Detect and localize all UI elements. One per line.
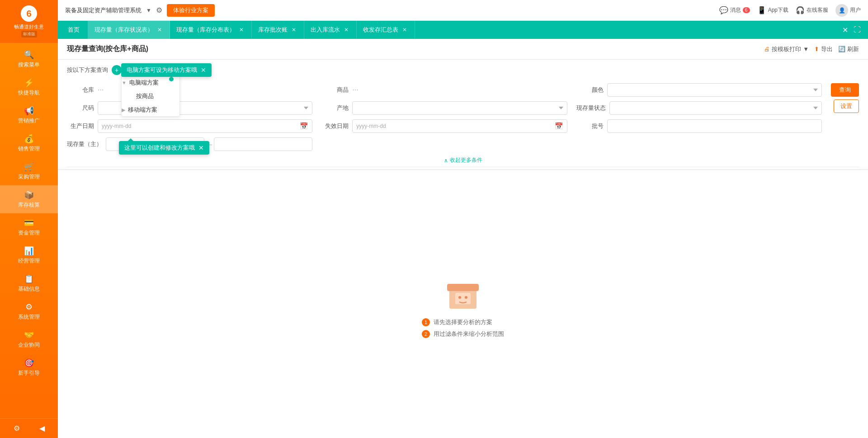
operation-icon: 📊 xyxy=(24,246,34,256)
empty-illustration: 1 请先选择要分析的方案 2 用过滤条件来缩小分析范围 xyxy=(422,270,504,338)
sidebar-item-label: 营销推广 xyxy=(18,117,40,125)
tab-batch-account[interactable]: 库存批次账 ✕ xyxy=(252,21,304,39)
sidebar-item-enterprise[interactable]: 🤝 企业协同 xyxy=(0,325,58,353)
sidebar-item-stock[interactable]: 📦 库存核算 xyxy=(0,185,58,213)
sidebar-item-system[interactable]: ⚙ 系统管理 xyxy=(0,297,58,325)
tab-recv-summary[interactable]: 收发存汇总表 ✕ xyxy=(357,21,415,39)
filter-stock-status: 现存量状态 xyxy=(576,101,822,115)
print-icon: 🖨 xyxy=(764,46,770,52)
warehouse-ellipsis[interactable]: ··· xyxy=(98,86,104,94)
collapse-label: 收起更多条件 xyxy=(450,156,482,164)
filter-goods: 商品 ··· xyxy=(321,83,567,97)
origin-select[interactable] xyxy=(352,101,567,115)
top-header: 装备及固定资产辅助管理系统 ▼ ⚙ 体验行业方案 💬 消息 6 📱 App下载 … xyxy=(58,0,868,21)
sidebar-item-search[interactable]: 🔍 搜索菜单 xyxy=(0,45,58,73)
prod-date-range: yyyy-mm-dd 📅 xyxy=(98,119,312,133)
tab-in-out-flow[interactable]: 出入库流水 ✕ xyxy=(304,21,357,39)
tab-stock-dist-close[interactable]: ✕ xyxy=(238,26,245,33)
message-action[interactable]: 💬 消息 6 xyxy=(719,6,750,14)
sidebar-settings-btn[interactable]: ⚙ xyxy=(12,422,22,434)
export-label: 导出 xyxy=(821,45,833,53)
trial-btn[interactable]: 体验行业方案 xyxy=(167,4,215,17)
expire-date-range: yyyy-mm-dd 📅 xyxy=(352,119,567,133)
prod-date-label: 生产日期 xyxy=(67,122,94,130)
dot-indicator xyxy=(169,77,174,81)
empty-step-2: 2 用过滤条件来缩小分析范围 xyxy=(422,330,504,338)
sidebar-bottom: ⚙ ◀ xyxy=(0,418,58,438)
refresh-label: 刷新 xyxy=(847,45,859,53)
search-btn[interactable]: 查询 xyxy=(831,83,859,97)
tab-in-out-flow-close[interactable]: ✕ xyxy=(343,26,350,33)
purchase-icon: 🛒 xyxy=(24,162,34,172)
calendar-icon-2: 📅 xyxy=(555,122,563,130)
sidebar-item-quick-nav[interactable]: ⚡ 快捷导航 xyxy=(0,73,58,101)
mobile-scheme-header[interactable]: ▶ 移动端方案 xyxy=(122,104,179,116)
filter-origin: 产地 xyxy=(321,101,567,115)
stock-qty-max[interactable] xyxy=(214,137,312,151)
print-btn[interactable]: 🖨 按模板打印 ▼ xyxy=(764,45,809,53)
tab-stock-status[interactable]: 现存量（库存状况表） ✕ xyxy=(88,21,170,39)
expire-date-start[interactable]: yyyy-mm-dd 📅 xyxy=(352,119,567,133)
sidebar-item-marketing[interactable]: 📢 营销推广 xyxy=(0,101,58,129)
print-dropdown-icon: ▼ xyxy=(803,46,809,52)
message-label: 消息 xyxy=(730,6,741,14)
tab-batch-account-label: 库存批次账 xyxy=(258,26,288,34)
collapse-bar[interactable]: ∧ 收起更多条件 xyxy=(67,154,859,167)
sidebar-nav: 🔍 搜索菜单 ⚡ 快捷导航 📢 营销推广 💰 销售管理 🛒 采购管理 📦 库存核… xyxy=(0,45,58,418)
filter-warehouse: 仓库 ··· xyxy=(67,83,312,97)
tab-recv-summary-label: 收发存汇总表 xyxy=(363,26,398,34)
enterprise-icon: 🤝 xyxy=(24,330,34,340)
sidebar-item-basic-info[interactable]: 📋 基础信息 xyxy=(0,269,58,297)
tooltip-close-btn[interactable]: ✕ xyxy=(198,144,204,151)
user-action[interactable]: 👤 用户 xyxy=(835,4,861,17)
refresh-btn[interactable]: 🔄 刷新 xyxy=(838,45,859,53)
export-icon: ⬆ xyxy=(814,46,819,52)
scheme-popup-close-btn[interactable]: ✕ xyxy=(201,66,206,74)
tab-stock-dist-label: 现存量（库存分布表） xyxy=(176,26,235,34)
header-settings-icon[interactable]: ⚙ xyxy=(156,6,162,14)
empty-illustration-svg xyxy=(443,270,483,311)
header-right: 💬 消息 6 📱 App下载 🎧 在线客服 👤 用户 xyxy=(719,4,861,17)
export-btn[interactable]: ⬆ 导出 xyxy=(814,45,833,53)
tab-bar: 首页 现存量（库存状况表） ✕ 现存量（库存分布表） ✕ 库存批次账 ✕ 出入库… xyxy=(58,21,868,39)
sidebar-item-finance[interactable]: 💳 资金管理 xyxy=(0,213,58,241)
sidebar-item-sales[interactable]: 💰 销售管理 xyxy=(0,129,58,157)
sidebar: 6 畅通道好生意 标准版 🔍 搜索菜单 ⚡ 快捷导航 📢 营销推广 💰 销售管理… xyxy=(0,0,58,438)
scheme-item-goods[interactable]: 按商品 xyxy=(131,89,179,104)
sidebar-item-guide[interactable]: 🎯 新手引导 xyxy=(0,353,58,381)
refresh-icon: 🔄 xyxy=(838,46,845,52)
tab-batch-account-close[interactable]: ✕ xyxy=(290,26,297,33)
system-name: 装备及固定资产辅助管理系统 xyxy=(65,6,142,14)
scheme-item-label: 按商品 xyxy=(136,92,154,100)
color-select[interactable] xyxy=(607,83,822,97)
tab-close-all-btn[interactable]: ✕ xyxy=(840,24,850,36)
sidebar-collapse-btn[interactable]: ◀ xyxy=(38,422,47,434)
sidebar-item-label: 快捷导航 xyxy=(18,89,40,97)
sidebar-item-purchase[interactable]: 🛒 采购管理 xyxy=(0,157,58,185)
sidebar-item-operation[interactable]: 📊 经营管理 xyxy=(0,241,58,269)
prod-date-start[interactable]: yyyy-mm-dd 📅 xyxy=(98,119,312,133)
basic-info-icon: 📋 xyxy=(24,274,34,284)
size-label: 尺码 xyxy=(67,104,94,112)
page-title: 现存量查询(按仓库+商品) xyxy=(67,44,148,54)
tab-expand-btn[interactable]: ⛶ xyxy=(852,24,863,36)
online-service-action[interactable]: 🎧 在线客服 xyxy=(796,6,828,14)
tab-stock-status-close[interactable]: ✕ xyxy=(156,26,163,33)
guide-icon: 🎯 xyxy=(24,358,34,368)
header-dropdown[interactable]: ▼ xyxy=(146,7,151,14)
batch-input[interactable] xyxy=(607,119,822,133)
setting-btn[interactable]: 设置 xyxy=(834,99,859,113)
tab-home[interactable]: 首页 xyxy=(60,21,88,39)
tab-recv-summary-close[interactable]: ✕ xyxy=(401,26,408,33)
filter-prod-date: 生产日期 yyyy-mm-dd 📅 xyxy=(67,119,312,133)
tab-stock-dist[interactable]: 现存量（库存分布表） ✕ xyxy=(170,21,252,39)
stock-status-select[interactable] xyxy=(609,101,822,115)
filter-size: 尺码 xyxy=(67,101,312,115)
sidebar-item-label: 系统管理 xyxy=(18,313,40,321)
app-download-action[interactable]: 📱 App下载 xyxy=(757,6,788,14)
goods-ellipsis[interactable]: ··· xyxy=(352,86,358,94)
svg-point-3 xyxy=(458,296,461,299)
tab-home-label: 首页 xyxy=(68,26,80,34)
step-num-1: 1 xyxy=(422,318,430,326)
empty-steps: 1 请先选择要分析的方案 2 用过滤条件来缩小分析范围 xyxy=(422,318,504,338)
